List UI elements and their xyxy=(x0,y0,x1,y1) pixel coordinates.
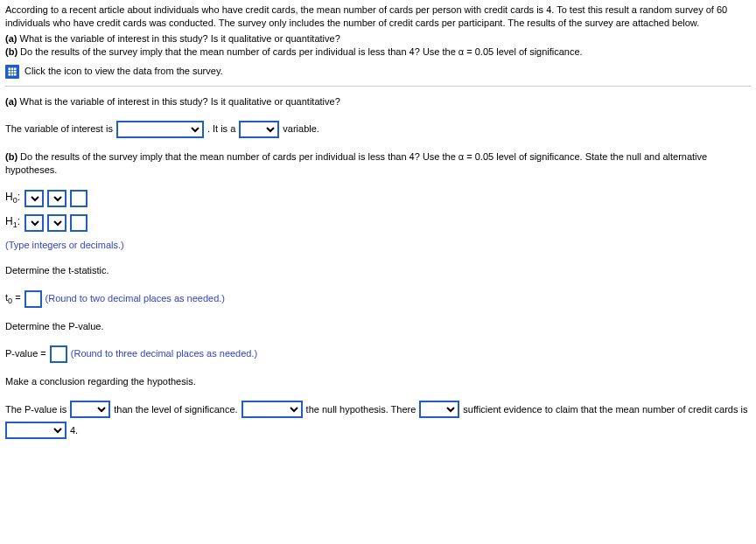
var-text-2: . It is a xyxy=(207,122,235,136)
conc-t3: the null hypothesis. There xyxy=(306,403,416,416)
question-a-line: (a) What is the variable of interest in … xyxy=(5,32,751,45)
tstat-heading: Determine the t-statistic. xyxy=(5,264,751,277)
variable-of-interest-select[interactable] xyxy=(116,121,204,138)
svg-rect-4 xyxy=(9,70,11,73)
part-a-label: (a) xyxy=(5,96,17,107)
problem-intro: According to a recent article about indi… xyxy=(5,3,751,31)
question-b-line: (b) Do the results of the survey imply t… xyxy=(5,45,751,59)
h1-label: H1: xyxy=(5,214,21,231)
conc-t1: The P-value is xyxy=(5,403,66,416)
tstat-section: Determine the t-statistic. t0 = (Round t… xyxy=(5,264,751,307)
conc-t4: sufficient evidence to claim that the me… xyxy=(463,403,747,416)
qb-label: (b) xyxy=(5,46,18,57)
t0-input[interactable] xyxy=(24,290,42,308)
part-b-section: (b) Do the results of the survey imply t… xyxy=(5,150,751,252)
pvalue-input[interactable] xyxy=(50,345,67,363)
click-data-text: Click the icon to view the data from the… xyxy=(24,65,223,78)
part-b-heading: Do the results of the survey imply that … xyxy=(5,151,707,175)
svg-rect-1 xyxy=(9,67,11,70)
qa-label: (a) xyxy=(5,33,17,44)
h1-symbol-select[interactable] xyxy=(24,214,44,232)
intro-paragraph: According to a recent article about indi… xyxy=(5,4,727,28)
pvalue-heading: Determine the P-value. xyxy=(5,320,751,333)
pvalue-section: Determine the P-value. P-value = (Round … xyxy=(5,320,751,363)
h1-value-input[interactable] xyxy=(70,214,88,232)
evidence-select[interactable] xyxy=(419,401,459,418)
h1-relation-select[interactable] xyxy=(47,214,66,232)
conc-t2: than the level of significance. xyxy=(114,403,237,416)
pvalue-compare-select[interactable] xyxy=(70,401,110,418)
qb-text: Do the results of the survey imply that … xyxy=(18,46,583,57)
variable-type-select[interactable] xyxy=(239,121,279,138)
svg-rect-5 xyxy=(11,70,14,73)
part-a-heading: What is the variable of interest in this… xyxy=(17,96,340,107)
conc-t5: 4. xyxy=(70,424,78,437)
svg-rect-3 xyxy=(14,67,17,70)
h0-symbol-select[interactable] xyxy=(24,190,44,207)
svg-rect-8 xyxy=(11,73,14,76)
h0-value-input[interactable] xyxy=(70,190,88,207)
divider xyxy=(5,86,751,87)
h0-label: H0: xyxy=(5,190,21,206)
var-text-3: variable. xyxy=(283,122,319,136)
tstat-note: (Round to two decimal places as needed.) xyxy=(46,292,225,305)
svg-rect-2 xyxy=(11,67,14,70)
svg-rect-6 xyxy=(14,70,17,73)
hypothesis-note: (Type integers or decimals.) xyxy=(5,239,751,252)
relation-four-select[interactable] xyxy=(5,422,66,439)
data-table-icon[interactable] xyxy=(5,65,19,79)
part-a-section: (a) What is the variable of interest in … xyxy=(5,95,751,138)
part-b-label: (b) xyxy=(5,151,18,162)
h0-relation-select[interactable] xyxy=(47,190,66,207)
svg-rect-9 xyxy=(14,73,17,76)
t0-label: t0 = xyxy=(5,291,21,307)
svg-rect-7 xyxy=(9,73,11,76)
pvalue-label: P-value = xyxy=(5,347,46,360)
conclusion-heading: Make a conclusion regarding the hypothes… xyxy=(5,375,751,388)
pvalue-note: (Round to three decimal places as needed… xyxy=(71,347,257,360)
qa-text: What is the variable of interest in this… xyxy=(17,33,340,44)
conclusion-section: Make a conclusion regarding the hypothes… xyxy=(5,375,751,439)
reject-select[interactable] xyxy=(242,401,303,418)
var-text-1: The variable of interest is xyxy=(5,122,113,136)
